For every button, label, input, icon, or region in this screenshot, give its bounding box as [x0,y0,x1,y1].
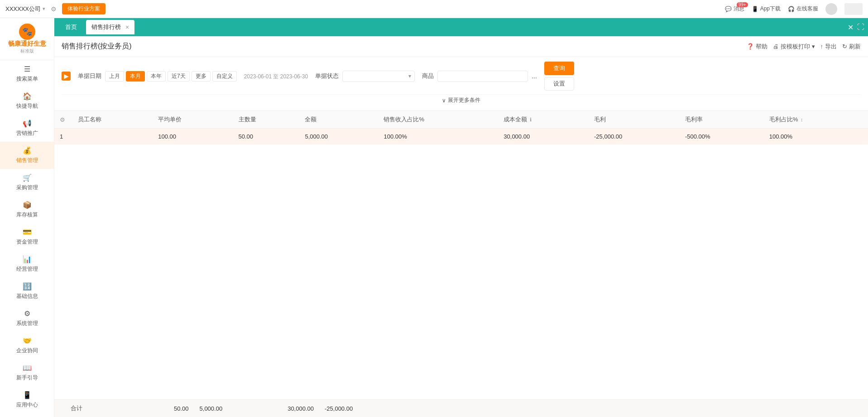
filter-row-1: ▶ 单据日期 上月 本月 本年 近7天 更多 自定义 2023-06-01 至 … [62,62,861,91]
sidebar-item-label: 资金管理 [16,238,38,246]
logo-sub: 标准版 [20,48,34,54]
th-name: 员工名称 [72,111,153,129]
date-btn-7days[interactable]: 近7天 [168,71,190,81]
trial-button[interactable]: 体验行业方案 [62,3,106,14]
sidebar-item-enterprise[interactable]: 🤝 企业协同 [0,332,54,359]
tab-sales-ranking[interactable]: 销售排行榜 × [86,20,134,34]
export-button[interactable]: ↑ 导出 [820,43,837,51]
print-label: 按模板打印 [781,43,810,51]
th-cost: 成本全额 ℹ [498,111,589,129]
tab-expand-icon[interactable]: ⛶ [857,23,864,31]
content-area: 首页 销售排行榜 × ✕ ⛶ 销售排行榜(按业务员) ❓ 帮助 🖨 按模板打印 [54,18,868,417]
cell-gross-pct: 100.00% [764,129,868,145]
tab-home[interactable]: 首页 [58,18,84,36]
marketing-icon: 📢 [23,119,32,128]
app-download-btn[interactable]: 📱 App下载 [752,5,781,13]
refresh-button[interactable]: ↻ 刷新 [842,43,861,51]
sidebar-item-finance[interactable]: 💳 资金管理 [0,223,54,250]
expand-button[interactable]: ∨ 展开更多条件 [442,96,480,104]
cost-info-icon[interactable]: ℹ [530,117,532,122]
sidebar-item-wechat[interactable]: 💬 企业微信 [0,413,54,417]
footer-qty: 50.00 [168,405,194,412]
purchase-icon: 🛒 [23,173,32,182]
th-amount: 全额 [299,111,378,129]
sidebar-item-operation[interactable]: 📊 经营管理 [0,250,54,278]
company-settings-icon[interactable]: ⚙ [51,5,57,13]
status-filter-label: 单据状态 [315,72,339,80]
status-select[interactable] [342,71,415,82]
filter-goods-item: 商品 ... [422,71,537,82]
tab-close-window-icon[interactable]: ✕ [848,23,854,32]
refresh-label: 刷新 [849,43,861,51]
online-service-label: 在线客服 [796,5,818,13]
help-label: 帮助 [756,43,767,51]
sidebar-item-inventory[interactable]: 📦 库存核算 [0,196,54,223]
page-title: 销售排行榜(按业务员) [62,42,132,51]
sidebar-item-label: 应用中心 [16,401,38,409]
filter-status-item: 单据状态 [315,71,415,82]
goods-more-icon[interactable]: ... [532,72,537,80]
th-avg-price: 平均单价 [153,111,233,129]
sidebar-logo: 🐾 畅康通好生意 标准版 [0,18,54,60]
company-selector[interactable]: XXXXXX公司 ▾ [5,5,45,13]
sidebar-item-label: 企业协同 [16,347,38,355]
query-button[interactable]: 查询 [544,62,574,75]
footer-cost: 30,000.00 [282,405,319,412]
filter-toggle-button[interactable]: ▶ [62,72,71,81]
date-btn-last-month[interactable]: 上月 [105,71,124,81]
user-name-placeholder[interactable] [844,3,863,15]
cell-qty: 50.00 [233,129,300,145]
online-service-icon: 🎧 [788,6,795,12]
sidebar-item-sales[interactable]: 💰 销售管理 [0,142,54,169]
goods-input[interactable] [437,71,528,82]
sidebar-item-label: 营销推广 [16,129,38,137]
filter-bar: ▶ 单据日期 上月 本月 本年 近7天 更多 自定义 2023-06-01 至 … [54,57,868,111]
sidebar-item-marketing[interactable]: 📢 营销推广 [0,115,54,142]
online-service-btn[interactable]: 🎧 在线客服 [788,5,818,13]
date-btn-this-year[interactable]: 本年 [147,71,166,81]
sidebar-item-label: 库存核算 [16,211,38,219]
sidebar-item-system[interactable]: ⚙ 系统管理 [0,305,54,332]
cell-amount: 5,000.00 [299,129,378,145]
sidebar-item-app-center[interactable]: 📱 应用中心 [0,386,54,413]
sidebar-item-label: 采购管理 [16,184,38,192]
sidebar-item-quick-nav[interactable]: 🏠 快捷导航 [0,87,54,115]
cell-gross-rate: -500.00% [680,129,764,145]
expand-row: ∨ 展开更多条件 [62,94,861,106]
cell-gross: -25,000.00 [589,129,680,145]
sidebar-item-guide[interactable]: 📖 新手引导 [0,359,54,386]
help-button[interactable]: ❓ 帮助 [747,43,767,51]
sidebar-item-search[interactable]: ☰ 搜索菜单 [0,60,54,87]
expand-label: 展开更多条件 [448,96,480,104]
settings-button[interactable]: 设置 [544,77,574,91]
gross-pct-sort-icon[interactable]: ↕ [801,117,803,122]
th-qty: 主数量 [233,111,300,129]
print-button[interactable]: 🖨 按模板打印 ▾ [773,43,815,51]
footer-gross: -25,000.00 [319,405,358,412]
enterprise-icon: 🤝 [23,336,32,345]
page-header-actions: ❓ 帮助 🖨 按模板打印 ▾ ↑ 导出 ↻ 刷新 [747,43,861,51]
tab-close-icon[interactable]: × [125,24,129,31]
logo-text: 畅康通好生意 [8,40,46,48]
guide-icon: 📖 [23,364,32,372]
th-sales-pct: 销售收入占比% [378,111,498,129]
date-btn-more[interactable]: 更多 [192,71,211,81]
footer-cells: 合计 50.00 5,000.00 30,000.00 -25,000.00 [60,404,863,412]
sidebar-item-label: 新手引导 [16,374,38,382]
tab-label: 销售排行榜 [91,23,121,31]
date-range-text: 2023-06-01 至 2023-06-30 [244,73,308,81]
message-btn[interactable]: 💬 消息 99+ [725,5,744,13]
basics-icon: 🔢 [23,282,32,291]
sidebar-item-label: 快捷导航 [16,102,38,110]
sidebar-item-purchase[interactable]: 🛒 采购管理 [0,169,54,196]
filter-date-item: 单据日期 上月 本月 本年 近7天 更多 自定义 [78,71,237,81]
sidebar-item-basics[interactable]: 🔢 基础信息 [0,278,54,305]
finance-icon: 💳 [23,228,32,236]
column-settings-icon[interactable]: ⚙ [60,116,65,123]
tab-bar: 首页 销售排行榜 × ✕ ⛶ [54,18,868,36]
avatar[interactable] [825,3,837,15]
goods-filter-label: 商品 [422,72,434,80]
date-btn-custom[interactable]: 自定义 [212,71,237,81]
date-btn-this-month[interactable]: 本月 [126,71,145,81]
tab-bar-right: ✕ ⛶ [848,23,864,32]
